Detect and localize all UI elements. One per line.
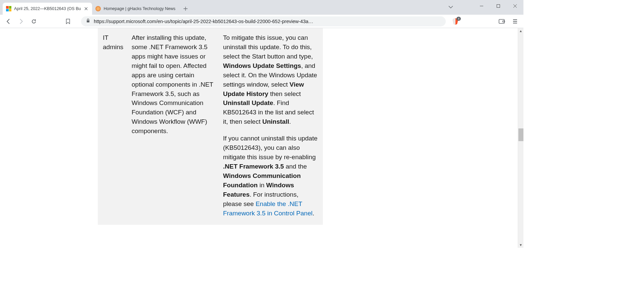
- tab-active[interactable]: April 25, 2022—KB5012643 (OS Bu: [3, 3, 92, 15]
- close-window-button[interactable]: [507, 0, 523, 12]
- window-controls: [473, 0, 523, 12]
- svg-rect-0: [497, 4, 500, 7]
- text-bold: Uninstall: [262, 118, 289, 125]
- text: .: [289, 118, 291, 125]
- tab-title: April 25, 2022—KB5012643 (OS Bu: [14, 6, 81, 11]
- ghacks-favicon: [95, 6, 101, 11]
- svg-rect-2: [499, 19, 504, 23]
- tab-overflow-icon[interactable]: [448, 4, 453, 10]
- wallet-button[interactable]: [496, 16, 507, 27]
- url-text: https://support.microsoft.com/en-us/topi…: [94, 19, 441, 24]
- microsoft-favicon: [6, 6, 11, 11]
- column-symptom: After installing this update, some .NET …: [132, 33, 217, 218]
- minimize-button[interactable]: [473, 0, 490, 12]
- text: then select: [268, 90, 301, 97]
- browser-toolbar: https://support.microsoft.com/en-us/topi…: [0, 15, 523, 28]
- scrollbar-thumb[interactable]: [518, 128, 523, 141]
- browser-titlebar: April 25, 2022—KB5012643 (OS Bu Homepage…: [0, 0, 523, 15]
- scroll-up-arrow[interactable]: ▲: [518, 28, 523, 34]
- article-table-row: IT admins After installing this update, …: [98, 28, 323, 225]
- address-bar[interactable]: https://support.microsoft.com/en-us/topi…: [81, 16, 446, 26]
- bookmark-button[interactable]: [62, 16, 74, 27]
- menu-button[interactable]: [509, 16, 521, 27]
- vertical-scrollbar[interactable]: ▲ ▼: [518, 28, 523, 248]
- brave-shields-button[interactable]: 4: [450, 16, 461, 27]
- text-bold: Uninstall Update: [223, 99, 273, 106]
- shields-badge: 4: [456, 17, 461, 21]
- reload-button[interactable]: [28, 16, 40, 27]
- back-button[interactable]: [3, 16, 14, 27]
- text: and the: [284, 163, 307, 170]
- text: .: [312, 210, 314, 217]
- text: To mitigate this issue, you can uninstal…: [223, 34, 313, 60]
- page-viewport: IT admins After installing this update, …: [0, 28, 523, 248]
- lock-icon: [86, 18, 90, 24]
- text: in: [258, 182, 266, 189]
- text-bold: .NET Framework 3.5: [223, 163, 284, 170]
- new-tab-button[interactable]: [181, 4, 190, 13]
- maximize-button[interactable]: [490, 0, 507, 12]
- close-icon[interactable]: [83, 6, 89, 11]
- text: If you cannot uninstall this update (KB5…: [223, 135, 317, 161]
- scroll-down-arrow[interactable]: ▼: [518, 242, 523, 248]
- forward-button[interactable]: [15, 16, 27, 27]
- svg-rect-1: [87, 20, 89, 22]
- tab-title: Homepage | gHacks Technology News: [103, 6, 175, 11]
- column-workaround: To mitigate this issue, you can uninstal…: [223, 33, 318, 218]
- text-bold: Windows Update Settings: [223, 62, 301, 69]
- column-applies-to: IT admins: [103, 33, 126, 218]
- tab-inactive[interactable]: Homepage | gHacks Technology News: [92, 3, 178, 15]
